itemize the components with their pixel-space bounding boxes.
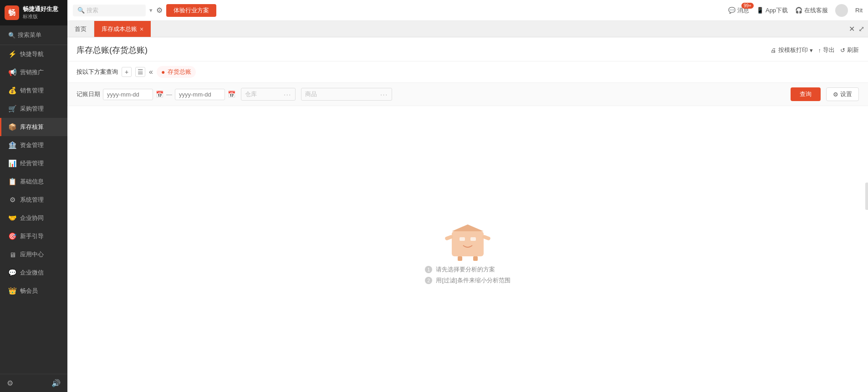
sidebar-item-label: 企业协同 [20, 214, 44, 222]
sidebar-item-operation[interactable]: 📊 经营管理 [0, 154, 67, 173]
refresh-btn[interactable]: ↺ 刷新 [840, 46, 859, 54]
refresh-icon: ↺ [840, 47, 845, 54]
settings-bottom-icon[interactable]: ⚙ [7, 379, 13, 387]
operation-icon: 📊 [8, 159, 16, 168]
wechat-icon: 💬 [8, 269, 16, 277]
online-service-label: 在线客服 [804, 6, 828, 15]
page-title: 库存总账(存货总账) [77, 45, 148, 56]
search-menu-btn[interactable]: 🔍 搜索菜单 [5, 29, 63, 41]
tabbar-close-btn[interactable]: ✕ [849, 25, 855, 33]
sidebar-item-label: 应用中心 [20, 250, 44, 259]
sales-icon: 💰 [8, 87, 16, 95]
hint-text-1: 请先选择要分析的方案 [436, 265, 495, 274]
svg-rect-2 [460, 237, 465, 241]
svg-marker-1 [452, 224, 484, 231]
sidebar-item-basic[interactable]: 📋 基础信息 [0, 173, 67, 191]
messages-badge: 99+ [741, 3, 754, 9]
headset-icon: 🎧 [795, 7, 802, 14]
calendar-end-icon[interactable]: 📅 [228, 91, 235, 98]
app-download-btn[interactable]: 📱 App下载 [756, 6, 788, 15]
page-header: 库存总账(存货总账) 🖨 按模板打印 ▾ ↑ 导出 ↺ 刷新 [67, 37, 868, 61]
brand-subtitle: 标准版 [23, 13, 58, 20]
sidebar-item-label: 快捷导航 [20, 50, 44, 58]
svg-rect-0 [452, 231, 484, 256]
sidebar-item-sales[interactable]: 💰 销售管理 [0, 81, 67, 100]
sidebar-item-system[interactable]: ⚙ 系统管理 [0, 191, 67, 209]
sidebar-item-label: 采购管理 [20, 105, 44, 113]
warehouse-field[interactable]: 仓库 ··· [241, 88, 296, 101]
tabbar: 首页 库存成本总账 × ✕ ⤢ [67, 21, 868, 37]
query-btn[interactable]: 查询 [791, 87, 821, 101]
empty-svg [440, 211, 495, 261]
logo-text: 畅捷通好生意 标准版 [23, 5, 58, 20]
guide-icon: 🎯 [8, 232, 16, 240]
sidebar-item-label: 基础信息 [20, 178, 44, 186]
sidebar-item-appcenter[interactable]: 🖥 应用中心 [0, 245, 67, 264]
trial-btn[interactable]: 体验行业方案 [166, 4, 216, 17]
sidebar-item-inventory[interactable]: 📦 库存核算 [0, 118, 67, 136]
print-dropdown-icon[interactable]: ▾ [810, 47, 813, 54]
sidebar-item-label: 系统管理 [20, 196, 44, 204]
topbar-gear-icon[interactable]: ⚙ [156, 6, 163, 15]
user-avatar[interactable] [835, 4, 848, 17]
online-service-btn[interactable]: 🎧 在线客服 [795, 6, 828, 15]
tabbar-expand-btn[interactable]: ⤢ [858, 25, 864, 33]
filter-collapse-icon[interactable]: « [149, 68, 153, 76]
empty-state: 1 请先选择要分析的方案 2 用[过滤]条件来缩小分析范围 [67, 106, 868, 392]
tab-inventory-ledger[interactable]: 库存成本总账 × [94, 21, 151, 37]
member-icon: 👑 [8, 287, 16, 295]
sidebar-bottom: ⚙ 🔊 [0, 374, 67, 392]
print-btn[interactable]: 🖨 按模板打印 ▾ [771, 46, 813, 54]
sidebar-item-label: 新手引导 [20, 232, 44, 240]
filter-add-btn[interactable]: + [122, 67, 132, 77]
sidebar-item-finance[interactable]: 🏦 资金管理 [0, 136, 67, 154]
sidebar-item-label: 营销推广 [20, 68, 44, 76]
filter-scheme-item[interactable]: ● 存货总账 [157, 66, 196, 78]
date-end-input[interactable] [175, 89, 225, 100]
filter-menu-btn[interactable]: ☰ [135, 67, 145, 77]
page-actions: 🖨 按模板打印 ▾ ↑ 导出 ↺ 刷新 [771, 46, 859, 54]
sidebar-item-label: 经营管理 [20, 159, 44, 168]
audio-icon[interactable]: 🔊 [51, 379, 61, 387]
tab-close-icon[interactable]: × [140, 26, 143, 32]
query-row: 记账日期 📅 — 📅 仓库 ··· 商品 ··· 查询 ⚙ 设置 [67, 83, 868, 106]
main-area: 🔍 搜索 ▾ ⚙ 体验行业方案 💬 消息 99+ 📱 App下载 🎧 在线客服 … [67, 0, 868, 392]
tab-home[interactable]: 首页 [67, 21, 94, 37]
sidebar-item-quick-nav[interactable]: ⚡ 快捷导航 [0, 45, 67, 63]
topbar-chevron-icon[interactable]: ▾ [149, 7, 153, 14]
export-btn[interactable]: ↑ 导出 [818, 46, 835, 54]
date-separator: — [166, 91, 172, 98]
warehouse-label: 仓库 [245, 90, 257, 98]
sidebar-item-purchase[interactable]: 🛒 采购管理 [0, 100, 67, 118]
hint-num-1: 1 [425, 266, 432, 273]
sidebar-item-marketing[interactable]: 📢 营销推广 [0, 63, 67, 81]
hint-item-1: 1 请先选择要分析的方案 [425, 265, 510, 274]
calendar-start-icon[interactable]: 📅 [156, 91, 163, 98]
date-start-input[interactable] [103, 89, 153, 100]
topbar: 🔍 搜索 ▾ ⚙ 体验行业方案 💬 消息 99+ 📱 App下载 🎧 在线客服 … [67, 0, 868, 21]
basic-icon: 📋 [8, 178, 16, 186]
warehouse-more-icon: ··· [284, 91, 291, 98]
messages-btn[interactable]: 💬 消息 99+ [728, 6, 749, 15]
tab-active-label: 库存成本总账 [102, 25, 137, 33]
empty-illustration [440, 211, 495, 256]
topbar-search-box[interactable]: 🔍 搜索 [73, 5, 146, 16]
sidebar-item-wechat[interactable]: 💬 企业微信 [0, 264, 67, 282]
sidebar-item-guide[interactable]: 🎯 新手引导 [0, 227, 67, 245]
logo-icon: 畅 [5, 5, 19, 20]
goods-more-icon: ··· [380, 91, 388, 98]
hint-item-2: 2 用[过滤]条件来缩小分析范围 [425, 276, 510, 285]
topbar-search-text: 搜索 [87, 6, 98, 15]
right-panel-indicator[interactable] [865, 183, 868, 210]
sidebar-item-member[interactable]: 👑 畅会员 [0, 282, 67, 300]
svg-rect-3 [470, 237, 476, 241]
settings-icon: ⚙ [833, 91, 838, 98]
search-menu-label: 搜索菜单 [18, 31, 41, 39]
sidebar-item-label: 销售管理 [20, 87, 44, 95]
topbar-right: 💬 消息 99+ 📱 App下载 🎧 在线客服 Rit [728, 4, 863, 17]
content-area: 库存总账(存货总账) 🖨 按模板打印 ▾ ↑ 导出 ↺ 刷新 按以下方案查询 [67, 37, 868, 392]
settings-btn[interactable]: ⚙ 设置 [826, 87, 859, 101]
finance-icon: 🏦 [8, 141, 16, 149]
goods-field[interactable]: 商品 ··· [301, 88, 392, 101]
sidebar-item-enterprise[interactable]: 🤝 企业协同 [0, 209, 67, 227]
